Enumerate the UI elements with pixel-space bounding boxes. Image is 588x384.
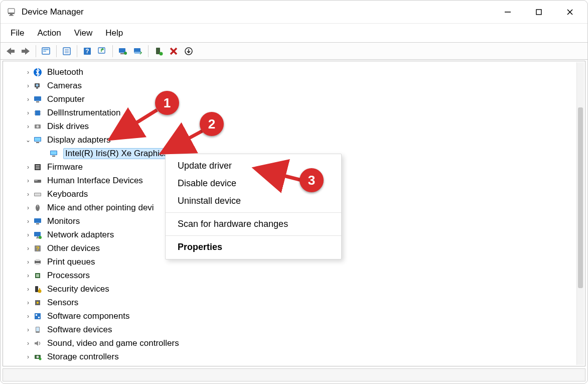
menu-action[interactable]: Action [32, 26, 66, 40]
chevron-right-icon[interactable]: › [25, 259, 31, 266]
chevron-right-icon[interactable]: › [25, 177, 31, 184]
security-icon [32, 284, 43, 295]
context-menu-item[interactable]: Disable device [166, 175, 341, 192]
context-menu-item[interactable]: Update driver [166, 157, 341, 175]
svg-rect-32 [34, 96, 41, 101]
properties-button[interactable] [60, 44, 74, 58]
chevron-right-icon[interactable]: › [25, 109, 31, 116]
scrollbar-thumb[interactable] [578, 107, 583, 288]
svg-point-62 [39, 236, 42, 239]
tree-item[interactable]: ›Computer [4, 92, 576, 106]
network-icon [32, 229, 43, 240]
scan-hardware-button[interactable] [116, 44, 130, 58]
tree-item-label: Storage controllers [47, 352, 119, 362]
svg-rect-60 [36, 223, 39, 224]
context-menu-separator [166, 212, 341, 213]
chevron-right-icon[interactable]: › [25, 123, 31, 130]
chevron-right-icon[interactable]: › [25, 82, 31, 89]
chevron-right-icon[interactable]: › [25, 204, 31, 211]
svg-rect-48 [36, 165, 40, 166]
sound-icon [32, 338, 43, 349]
tree-item-label: Computer [47, 94, 85, 104]
tree-item[interactable]: ›DellInstrumentation [4, 106, 576, 119]
context-menu-item[interactable]: Uninstall device [166, 192, 341, 210]
forward-button[interactable] [19, 44, 33, 58]
svg-rect-56 [35, 193, 41, 196]
tree-item[interactable]: ›Software devices [4, 323, 576, 336]
tree-item-label: Print queues [47, 257, 95, 267]
close-button[interactable] [554, 1, 585, 24]
chevron-right-icon[interactable]: › [25, 340, 31, 347]
svg-point-81 [37, 355, 39, 358]
chevron-right-icon[interactable]: › [25, 299, 31, 306]
tree-item-label: Software components [47, 311, 129, 321]
menu-help[interactable]: Help [100, 26, 128, 40]
tree-item-label: Security devices [47, 284, 109, 294]
context-menu: Update driverDisable deviceUninstall dev… [165, 154, 342, 260]
tree-item[interactable]: ›Processors [4, 269, 576, 282]
maximize-button[interactable] [523, 1, 554, 24]
svg-rect-69 [36, 274, 39, 277]
menu-view[interactable]: View [69, 26, 98, 40]
tree-item-label: Cameras [47, 81, 82, 91]
camera-icon [32, 80, 43, 91]
minimize-button[interactable] [492, 1, 523, 24]
tree-item[interactable]: ›Bluetooth [4, 65, 576, 79]
vertical-scrollbar[interactable] [576, 62, 584, 365]
svg-rect-18 [119, 48, 125, 53]
chevron-right-icon[interactable]: › [25, 245, 31, 252]
svg-rect-59 [34, 218, 41, 223]
tree-item[interactable]: ›Sound, video and game controllers [4, 336, 576, 350]
enable-device-button[interactable] [152, 44, 166, 58]
tree-item[interactable]: ›Software components [4, 309, 576, 323]
svg-rect-67 [36, 263, 40, 265]
svg-rect-75 [35, 313, 41, 319]
chevron-right-icon[interactable]: › [25, 326, 31, 333]
svg-rect-0 [8, 9, 15, 13]
context-menu-separator [166, 235, 341, 236]
tree-item[interactable]: ›Disk drives [4, 119, 576, 133]
svg-rect-45 [51, 151, 57, 155]
chevron-right-icon[interactable]: › [25, 96, 31, 103]
chevron-right-icon[interactable]: › [25, 313, 31, 320]
svg-rect-34 [35, 110, 40, 115]
sensor-icon [32, 297, 43, 308]
remove-device-button[interactable] [167, 44, 181, 58]
chevron-right-icon[interactable]: › [25, 191, 31, 198]
tree-item[interactable]: ›Security devices [4, 282, 576, 296]
chevron-right-icon[interactable]: › [25, 69, 31, 76]
show-hidden-devices-button[interactable] [39, 44, 53, 58]
back-button[interactable] [4, 44, 18, 58]
chevron-right-icon[interactable]: › [25, 286, 31, 293]
tree-subitem-label: Intel(R) Iris(R) Xe Graphics [63, 148, 170, 159]
update-driver-toolbar-button[interactable] [95, 44, 109, 58]
svg-point-40 [37, 125, 39, 127]
disk-icon [32, 121, 43, 132]
menu-file[interactable]: File [6, 26, 29, 40]
chevron-right-icon[interactable]: › [25, 218, 31, 225]
tree-item-label: Processors [47, 271, 90, 281]
context-menu-item[interactable]: Scan for hardware changes [166, 215, 341, 233]
uninstall-device-button[interactable] [182, 44, 196, 58]
tree-item[interactable]: ›Cameras [4, 79, 576, 92]
tree-item[interactable]: ›Sensors [4, 296, 576, 309]
svg-rect-5 [536, 10, 541, 15]
chevron-right-icon[interactable]: › [25, 353, 31, 360]
svg-rect-31 [36, 87, 38, 89]
other-icon: ? [32, 243, 43, 254]
svg-point-30 [36, 84, 39, 86]
svg-rect-9 [43, 49, 49, 50]
tree-item[interactable]: ⌄Display adapters [4, 133, 576, 147]
chevron-down-icon[interactable]: ⌄ [25, 137, 31, 144]
chevron-right-icon[interactable]: › [25, 164, 31, 171]
add-driver-button[interactable] [131, 44, 145, 58]
svg-rect-46 [52, 156, 55, 157]
chevron-right-icon[interactable]: › [25, 231, 31, 238]
help-button[interactable]: ? [80, 44, 94, 58]
context-menu-item[interactable]: Properties [166, 238, 341, 256]
svg-rect-53 [36, 180, 37, 181]
tree-item-label: Keyboards [47, 189, 88, 199]
chevron-right-icon[interactable]: › [25, 272, 31, 279]
svg-rect-76 [36, 314, 37, 316]
tree-item[interactable]: ›Storage controllers [4, 350, 576, 363]
